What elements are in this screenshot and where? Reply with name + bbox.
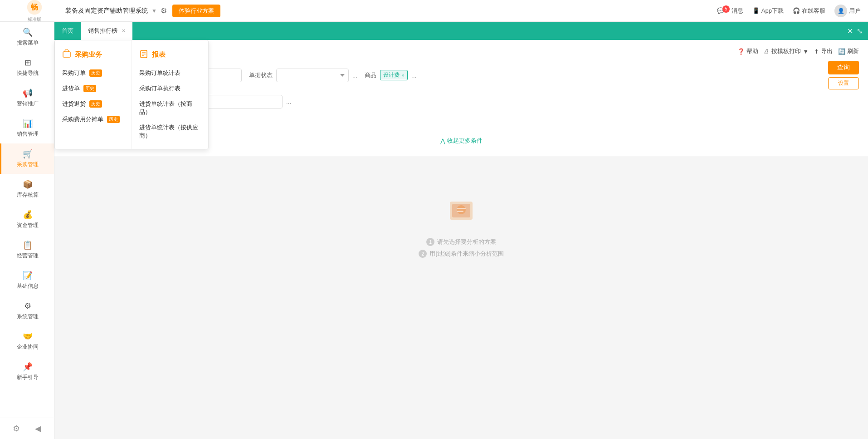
help-icon: ❓ <box>737 48 745 55</box>
doc-icon: 📝 <box>23 271 33 281</box>
goods-label: 商品 <box>365 71 376 79</box>
voucher-status-select[interactable] <box>276 69 349 82</box>
svg-rect-5 <box>457 208 466 209</box>
message-item[interactable]: 💬 5 消息 <box>717 7 743 15</box>
tab-close-icon[interactable]: × <box>122 28 125 34</box>
print-dropdown-icon: ▼ <box>803 48 809 55</box>
history-badge-1: 历史 <box>89 69 102 77</box>
help-button[interactable]: ❓ 帮助 <box>737 47 758 55</box>
sidebar-item-purchase[interactable]: 🛒 采购管理 <box>0 143 54 174</box>
app-download-item[interactable]: 📱 App下载 <box>752 7 784 15</box>
dropdown-item-purchase-order[interactable]: 采购订单 历史 <box>55 65 132 81</box>
sidebar-item-search[interactable]: 🔍 搜索菜单 <box>0 22 54 52</box>
sidebar-item-operations[interactable]: 📋 经营管理 <box>0 235 54 265</box>
tab-bar: 首页 销售排行榜 × ✕ ⤡ <box>54 22 868 40</box>
tab-home[interactable]: 首页 <box>54 22 81 40</box>
dropdown-item-cost-allocation[interactable]: 采购费用分摊单 历史 <box>55 112 132 127</box>
dropdown-col-report: 报表 采购订单统计表 采购订单执行表 进货单统计表（按商品） 进货单统计表（按供… <box>132 40 209 149</box>
dropdown-item-return[interactable]: 进货退货 历史 <box>55 96 132 112</box>
sidebar-item-inventory[interactable]: 📦 库存核算 <box>0 174 54 204</box>
purchase-icon-svg <box>62 49 71 59</box>
tip-num-2: 2 <box>419 250 427 258</box>
dropdown-item-purchase-order-stats[interactable]: 采购订单统计表 <box>132 65 209 81</box>
export-button[interactable]: ⬆ 导出 <box>814 47 833 55</box>
tab-expand-btn[interactable]: ⤡ <box>857 27 863 35</box>
logo-area: 畅 标准版 <box>7 0 62 23</box>
salesperson-input[interactable] <box>201 95 283 109</box>
return-label: 进货退货 <box>62 100 86 108</box>
dropdown-menu: 采购业务 采购订单 历史 进货单 历史 进货退货 历史 采购费用分摊单 历史 <box>54 40 209 149</box>
svg-text:畅: 畅 <box>31 3 38 11</box>
purchase-order-exec-label: 采购订单执行表 <box>139 84 180 93</box>
sidebar-item-collab[interactable]: 🤝 企业协同 <box>0 326 54 356</box>
online-service-item[interactable]: 🎧 在线客服 <box>793 7 825 15</box>
grid-icon: ⊞ <box>24 58 31 68</box>
bottom-collapse-icon[interactable]: ◀ <box>35 424 41 434</box>
message-label: 消息 <box>731 7 743 15</box>
print-button[interactable]: 🖨 按模板打印 ▼ <box>764 47 809 55</box>
sidebar-bottom: ⚙ ◀ <box>0 418 54 439</box>
sidebar-item-guide[interactable]: 📌 新手引导 <box>0 356 54 387</box>
query-button[interactable]: 查询 <box>828 61 859 74</box>
collapse-label: 收起更多条件 <box>447 137 483 145</box>
sidebar-label-search: 搜索菜单 <box>17 39 39 47</box>
tab-close-btn[interactable]: ✕ <box>847 27 853 35</box>
svg-rect-7 <box>63 52 70 57</box>
voucher-status-ellipsis[interactable]: ... <box>352 72 358 79</box>
sidebar-label-basic-info: 基础信息 <box>17 282 39 290</box>
top-right-area: 💬 5 消息 📱 App下载 🎧 在线客服 👤 用户 <box>717 5 861 17</box>
goods-ellipsis[interactable]: ... <box>411 72 417 79</box>
empty-tip-2: 2 用[过滤]条件来缩小分析范围 <box>419 250 503 258</box>
empty-tip-2-text: 用[过滤]条件来缩小分析范围 <box>429 250 503 258</box>
goods-tag-close[interactable]: × <box>401 73 404 78</box>
sidebar-item-finance[interactable]: 💰 资金管理 <box>0 204 54 235</box>
sidebar-label-sales: 销售管理 <box>17 130 39 138</box>
sidebar-label-marketing: 营销推广 <box>17 100 39 108</box>
headset-icon: 🎧 <box>793 7 800 14</box>
goods-tag: 设计费 × <box>380 70 407 80</box>
purchase-order-label: 采购订单 <box>62 69 86 77</box>
megaphone-icon: 📢 <box>23 88 33 98</box>
dropdown-item-inbound[interactable]: 进货单 历史 <box>55 81 132 96</box>
user-item[interactable]: 👤 用户 <box>834 5 861 17</box>
clipboard-icon: 📋 <box>23 240 33 250</box>
salesperson-ellipsis[interactable]: ... <box>286 98 292 105</box>
app-download-label: App下载 <box>761 7 784 15</box>
sidebar-item-marketing[interactable]: 📢 营销推广 <box>0 83 54 113</box>
message-badge: 5 <box>722 5 730 13</box>
sidebar-item-system[interactable]: ⚙ 系统管理 <box>0 296 54 326</box>
inbound-label: 进货单 <box>62 84 80 93</box>
bottom-settings-icon[interactable]: ⚙ <box>13 424 20 434</box>
voucher-status-filter: 单据状态 ... <box>249 69 358 82</box>
sidebar-label-inventory: 库存核算 <box>17 191 39 199</box>
sidebar-label-guide: 新手引导 <box>17 374 39 381</box>
goods-filter: 商品 设计费 × ... <box>365 70 416 80</box>
tip-num-1: 1 <box>426 238 434 246</box>
app-icon: 📱 <box>752 7 760 14</box>
box-icon: 📦 <box>23 179 33 189</box>
tab-sales-ranking[interactable]: 销售排行榜 × <box>81 22 132 40</box>
avatar: 👤 <box>834 5 847 17</box>
sidebar-item-quicknav[interactable]: ⊞ 快捷导航 <box>0 52 54 83</box>
system-dropdown-icon[interactable]: ▼ <box>151 8 157 14</box>
refresh-button[interactable]: 🔄 刷新 <box>838 47 859 55</box>
dropdown-item-inbound-stats-goods[interactable]: 进货单统计表（按商品） <box>132 96 209 120</box>
dropdown-purchase-label: 采购业务 <box>75 50 102 59</box>
svg-rect-6 <box>457 211 463 212</box>
tab-sales-ranking-label: 销售排行榜 <box>88 27 117 35</box>
industry-button[interactable]: 体验行业方案 <box>172 5 220 17</box>
settings-icon[interactable]: ⚙ <box>161 6 167 15</box>
sidebar-label-system: 系统管理 <box>17 313 39 321</box>
tab-bar-actions: ✕ ⤡ <box>847 27 868 35</box>
sidebar-item-sales[interactable]: 📊 销售管理 <box>0 113 54 143</box>
filter-settings-button[interactable]: 设置 <box>828 77 859 89</box>
chart-icon: 📊 <box>23 118 33 128</box>
purchase-order-stats-label: 采购订单统计表 <box>139 69 180 77</box>
history-badge-4: 历史 <box>107 116 120 123</box>
sidebar-item-basic-info[interactable]: 📝 基础信息 <box>0 265 54 296</box>
empty-tip-1-text: 请先选择要分析的方案 <box>437 238 496 246</box>
dropdown-item-purchase-order-exec[interactable]: 采购订单执行表 <box>132 81 209 96</box>
dropdown-item-inbound-stats-supplier[interactable]: 进货单统计表（按供应商） <box>132 120 209 143</box>
system-title-text: 装备及固定资产辅助管理系统 <box>65 7 148 15</box>
logo-icon: 畅 <box>26 0 43 15</box>
